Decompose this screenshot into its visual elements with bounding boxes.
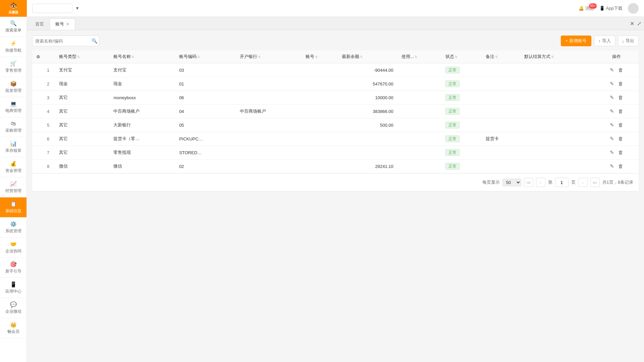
export-button[interactable]: ↓ 导出	[618, 36, 639, 46]
edit-btn-0[interactable]: ✎	[608, 66, 615, 74]
sidebar-item-vip-member[interactable]: 👑畅会员	[0, 318, 26, 338]
row-balance-3: 383866.00	[339, 105, 399, 118]
row-name-0: 支付宝	[111, 63, 176, 77]
row-name-3: 中百商场账户	[111, 105, 176, 118]
sidebar-item-retail-mgmt[interactable]: 🛒零售管理	[0, 57, 26, 77]
search-wrap: 🔍	[32, 36, 99, 46]
edit-btn-1[interactable]: ✎	[608, 80, 615, 87]
col-default-settle[interactable]: 默认结算方式⇅	[522, 50, 594, 63]
col-remark[interactable]: 备注⇅	[483, 50, 522, 63]
page-input[interactable]	[555, 178, 569, 187]
row-account-7	[303, 160, 339, 173]
sidebar-item-enterprise-agreement[interactable]: 🤝企业协同	[0, 238, 26, 258]
sidebar-label-ecommerce-mgmt: 电商管理	[5, 108, 21, 114]
next-page-btn[interactable]: ›	[578, 178, 588, 187]
tab-close-account[interactable]: ✕	[66, 22, 69, 26]
sidebar-icon-inventory-calc: 📊	[10, 140, 17, 147]
page-size-select[interactable]: 50 20 100	[502, 179, 521, 186]
edit-btn-2[interactable]: ✎	[608, 94, 615, 101]
sidebar-item-basic-info[interactable]: 📋基础信息	[0, 197, 26, 218]
topbar-right: 🔔 消息 99+ 📱 App下载	[579, 3, 639, 14]
col-balance[interactable]: 最新余额⇅	[339, 50, 399, 63]
delete-btn-6[interactable]: 🗑	[617, 149, 625, 156]
edit-btn-4[interactable]: ✎	[608, 121, 615, 129]
sidebar-item-enterprise-wechat[interactable]: 💬企业微信	[0, 298, 26, 318]
tab-home[interactable]: 首页	[30, 18, 50, 30]
col-gear[interactable]: ⚙	[32, 50, 44, 63]
sidebar-item-app-center[interactable]: 📱应用中心	[0, 278, 26, 298]
row-actions-7: ✎ 🗑	[594, 160, 639, 173]
tab-label-account: 账号	[55, 21, 64, 27]
sidebar-item-inventory-calc[interactable]: 📊库存核算	[0, 137, 26, 157]
edit-btn-6[interactable]: ✎	[608, 149, 615, 156]
row-actions-6: ✎ 🗑	[594, 146, 639, 160]
row-num-1: 2	[44, 77, 56, 91]
sidebar-item-ecommerce-mgmt[interactable]: 💻电商管理	[0, 97, 26, 117]
col-account[interactable]: 账号⇅	[303, 50, 339, 63]
row-usage-1	[399, 77, 443, 91]
row-gear-7	[32, 160, 44, 173]
row-type-1: 现金	[56, 77, 111, 91]
messages-button[interactable]: 🔔 消息 99+	[579, 5, 594, 11]
col-code[interactable]: 账号编码⇅	[176, 50, 237, 63]
sidebar-label-purchase-mgmt: 采购管理	[5, 128, 21, 133]
tab-account[interactable]: 账号✕	[50, 18, 75, 30]
topbar-search-input[interactable]	[32, 4, 72, 13]
sidebar-item-purchase-mgmt[interactable]: 🛍采购管理	[0, 117, 26, 137]
delete-btn-7[interactable]: 🗑	[617, 163, 625, 170]
sidebar-item-ops-mgmt[interactable]: 📈经营管理	[0, 177, 26, 197]
row-account-3	[303, 105, 339, 118]
prev-page-btn[interactable]: ‹	[536, 178, 545, 187]
row-status-3: 正常	[443, 105, 483, 118]
col-type[interactable]: 账号类型⇅	[56, 50, 111, 63]
sidebar-icon-system-mgmt: ⚙️	[10, 221, 17, 227]
delete-btn-3[interactable]: 🗑	[617, 108, 625, 115]
row-balance-1: 547670.00	[339, 77, 399, 91]
row-bank-7	[237, 160, 303, 173]
search-input[interactable]	[35, 39, 92, 44]
last-page-btn[interactable]: ⏭	[590, 178, 600, 187]
row-usage-4	[399, 118, 443, 132]
first-page-btn[interactable]: ⏮	[524, 178, 533, 187]
sidebar-item-system-mgmt[interactable]: ⚙️系统管理	[0, 218, 26, 238]
col-usage[interactable]: 使用...⇅	[399, 50, 443, 63]
topbar-dropdown[interactable]: ▼	[75, 6, 79, 11]
app-download-label: App下载	[606, 5, 623, 11]
user-avatar[interactable]	[628, 3, 639, 14]
row-remark-0	[483, 63, 522, 77]
sidebar-item-capital-mgmt[interactable]: 💰资金管理	[0, 157, 26, 177]
row-default-settle-3	[522, 105, 594, 118]
row-code-1: 01	[176, 77, 237, 91]
row-remark-4	[483, 118, 522, 132]
edit-btn-3[interactable]: ✎	[608, 108, 615, 115]
delete-btn-1[interactable]: 🗑	[617, 80, 625, 87]
col-name[interactable]: 账号名称⇅	[111, 50, 176, 63]
row-usage-7	[399, 160, 443, 173]
sidebar-item-wholesale-mgmt[interactable]: 📦批发管理	[0, 77, 26, 97]
row-code-3: 04	[176, 105, 237, 118]
delete-btn-5[interactable]: 🗑	[617, 135, 625, 142]
expand-tab-btn[interactable]: ⤢	[637, 20, 641, 26]
close-tab-btn[interactable]: ✕	[630, 20, 634, 26]
row-name-6: 零售抵现	[111, 146, 176, 160]
sidebar-item-new-guide[interactable]: 🎯新手引导	[0, 258, 26, 278]
row-account-4	[303, 118, 339, 132]
delete-btn-4[interactable]: 🗑	[617, 121, 625, 128]
edit-btn-5[interactable]: ✎	[608, 135, 615, 142]
edit-btn-7[interactable]: ✎	[608, 163, 615, 170]
sidebar-item-search-menu[interactable]: 🔍搜索菜单	[0, 17, 26, 37]
col-status[interactable]: 状态⇅	[443, 50, 483, 63]
row-status-5: 正常	[443, 132, 483, 146]
app-download-button[interactable]: 📱 App下载	[599, 5, 623, 11]
col-bank[interactable]: 开户银行⇅	[237, 50, 303, 63]
import-button[interactable]: ↑ 导入	[594, 36, 615, 46]
row-actions-3: ✎ 🗑	[594, 105, 639, 118]
sidebar-item-quick-nav[interactable]: ⚡快捷导航	[0, 37, 26, 57]
row-balance-7: 28241.10	[339, 160, 399, 173]
row-usage-5	[399, 132, 443, 146]
delete-btn-0[interactable]: 🗑	[617, 66, 625, 73]
sidebar-icon-capital-mgmt: 💰	[10, 161, 17, 167]
add-account-button[interactable]: + 新增账号	[561, 36, 591, 46]
sidebar-icon-retail-mgmt: 🛒	[10, 60, 17, 67]
delete-btn-2[interactable]: 🗑	[617, 94, 625, 101]
